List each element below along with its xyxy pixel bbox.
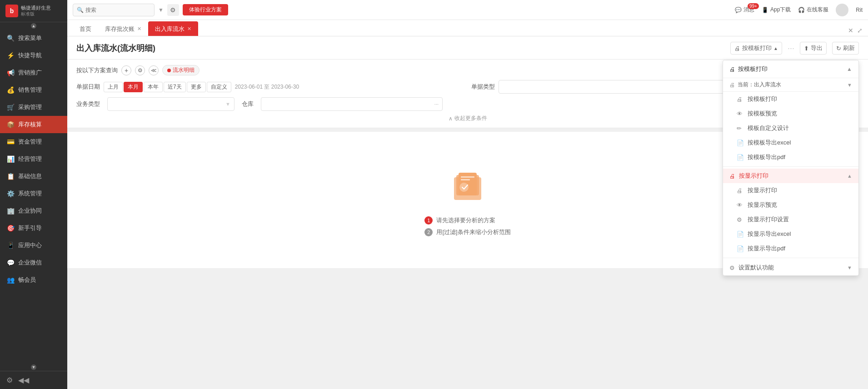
- dropdown-display-export-excel[interactable]: 📄 按显示导出excel: [723, 227, 858, 241]
- tab-flow[interactable]: 出入库流水 ✕: [148, 21, 198, 36]
- mobile-download-icon: 📱: [762, 7, 768, 13]
- sidebar-item-enterprise[interactable]: 🏢 企业协同: [0, 202, 67, 219]
- dropdown-template-print[interactable]: 🖨 按模板打印: [723, 92, 858, 106]
- tab-home[interactable]: 首页: [73, 21, 98, 36]
- sidebar-item-sales[interactable]: 💰 销售管理: [0, 81, 67, 99]
- megaphone-icon: 📢: [6, 69, 15, 77]
- page-header-actions: 🖨 按模板打印 ▲ ··· ⬆ 导出 ↻ 刷新 🖨: [730, 42, 859, 59]
- message-icon: 💬: [735, 7, 742, 13]
- sidebar-item-app-center[interactable]: 📱 应用中心: [0, 237, 67, 254]
- date-btn-last-month[interactable]: 上月: [104, 82, 123, 92]
- collapse-sidebar-icon[interactable]: ◀◀: [18, 376, 29, 384]
- filter-collapse-button[interactable]: ≪: [149, 65, 159, 75]
- collapse-more-button[interactable]: ∧ 收起更多条件: [449, 115, 487, 122]
- display-preview-icon: 👁: [737, 202, 744, 209]
- dropdown-set-default[interactable]: ⚙ 设置默认功能 ▼: [723, 260, 858, 275]
- target-icon: 🎯: [6, 224, 15, 232]
- sidebar-item-member[interactable]: 👥 畅会员: [0, 271, 67, 289]
- dropdown-display-print-settings[interactable]: ⚙ 按显示打印设置: [723, 212, 858, 227]
- scroll-down[interactable]: ▼: [0, 364, 67, 371]
- message-button[interactable]: 💬 消息 99+: [735, 6, 754, 14]
- filter-label: 按以下方案查询: [76, 66, 118, 75]
- template-print-button[interactable]: 🖨 按模板打印 ▲: [730, 42, 782, 55]
- sidebar-item-operations[interactable]: 📊 经营管理: [0, 150, 67, 168]
- sidebar-item-newbie[interactable]: 🎯 新手引导: [0, 219, 67, 237]
- search-box[interactable]: 🔍: [73, 4, 155, 16]
- sidebar-item-system[interactable]: ⚙️ 系统管理: [0, 185, 67, 202]
- search-input[interactable]: [85, 7, 140, 13]
- dropdown-display-print[interactable]: 🖨 按显示打印: [723, 183, 858, 198]
- svg-rect-4: [461, 179, 470, 180]
- topbar-settings-icon[interactable]: ⚙: [167, 4, 179, 16]
- step-2-number: 2: [424, 228, 433, 236]
- actions-divider: ···: [788, 44, 794, 53]
- export-button[interactable]: ⬆ 导出: [800, 42, 827, 55]
- pdf-icon: 📄: [737, 154, 744, 161]
- tab-flow-close[interactable]: ✕: [187, 26, 191, 32]
- sidebar-item-marketing[interactable]: 📢 营销推广: [0, 64, 67, 81]
- sidebar-item-inventory[interactable]: 📦 库存核算: [0, 116, 67, 133]
- settings-bottom-icon[interactable]: ⚙: [6, 376, 13, 384]
- display-settings-icon: ⚙: [737, 216, 744, 223]
- box-icon: 📦: [6, 120, 15, 129]
- tab-batch-account-close[interactable]: ✕: [137, 26, 141, 32]
- dropdown-current-row: 🖨 当前：出入库流水 ▼: [723, 78, 858, 92]
- sidebar-item-quick-nav[interactable]: ⚡ 快捷导航: [0, 47, 67, 64]
- filter-settings-button[interactable]: ⚙: [135, 65, 145, 75]
- dropdown-display-print-header[interactable]: 🖨 按显示打印 ▲: [723, 169, 858, 183]
- business-type-select[interactable]: ▼: [107, 97, 234, 111]
- date-btn-7days[interactable]: 近7天: [164, 82, 186, 92]
- dropdown-printer-icon: 🖨: [729, 66, 735, 73]
- sidebar-nav: 🔍 搜索菜单 ⚡ 快捷导航 📢 营销推广 💰 销售管理 🛒 采购管理 📦 库存核…: [0, 30, 67, 364]
- warehouse-select[interactable]: ···: [261, 97, 443, 111]
- tab-close-all-icon[interactable]: ✕: [848, 27, 853, 34]
- sidebar-item-search[interactable]: 🔍 搜索菜单: [0, 30, 67, 47]
- filter-tag[interactable]: 流水明细: [162, 65, 200, 75]
- template-print-section: 🖨 按模板打印 👁 按模板预览 ✏ 模板自定义设计 📄: [723, 92, 858, 165]
- dropdown-collapse-icon[interactable]: ▲: [847, 66, 852, 72]
- date-btn-this-month[interactable]: 本月: [124, 82, 143, 92]
- sidebar-item-wechat[interactable]: 💬 企业微信: [0, 254, 67, 271]
- refresh-button[interactable]: ↻ 刷新: [832, 42, 859, 55]
- dropdown-divider-2: [723, 258, 858, 258]
- wechat-icon: 💬: [6, 259, 15, 267]
- dropdown-divider-1: [723, 166, 858, 167]
- warehouse-more-icon: ···: [434, 101, 439, 107]
- dropdown-template-preview[interactable]: 👁 按模板预览: [723, 106, 858, 121]
- sidebar-item-basic[interactable]: 📋 基础信息: [0, 168, 67, 185]
- app-download-button[interactable]: 📱 App下载: [762, 6, 791, 14]
- dropdown-template-custom[interactable]: ✏ 模板自定义设计: [723, 121, 858, 135]
- svg-rect-3: [461, 176, 474, 178]
- tab-batch-account[interactable]: 库存批次账 ✕: [98, 21, 148, 36]
- filter-add-button[interactable]: +: [121, 65, 131, 75]
- sidebar-item-purchase[interactable]: 🛒 采购管理: [0, 99, 67, 116]
- chart-icon: 📊: [6, 155, 15, 163]
- scroll-up[interactable]: ▲: [0, 22, 67, 30]
- tab-expand-icon[interactable]: ⤢: [857, 27, 863, 34]
- display-print-collapse-icon[interactable]: ▲: [847, 173, 852, 179]
- current-dropdown-arrow[interactable]: ▼: [847, 82, 852, 88]
- user-avatar[interactable]: [836, 4, 848, 16]
- cart-icon: 🛒: [6, 103, 15, 111]
- date-btn-custom[interactable]: 自定义: [207, 82, 231, 92]
- mobile-icon: 📱: [6, 241, 15, 249]
- online-service-button[interactable]: 🎧 在线客服: [798, 6, 828, 14]
- dropdown-display-export-pdf[interactable]: 📄 按显示导出pdf: [723, 241, 858, 256]
- filter-date-range: 2023-06-01 至 2023-06-30: [235, 83, 299, 91]
- preview-icon: 👁: [737, 110, 744, 117]
- users-icon: 👥: [6, 276, 15, 284]
- dropdown-template-export-pdf[interactable]: 📄 按模板导出pdf: [723, 150, 858, 165]
- search-dropdown-icon[interactable]: ▼: [158, 7, 164, 13]
- dropdown-display-preview[interactable]: 👁 按显示预览: [723, 198, 858, 212]
- display-print-icon: 🖨: [737, 187, 744, 194]
- date-btn-more[interactable]: 更多: [187, 82, 206, 92]
- business-type-dropdown-icon: ▼: [225, 101, 230, 107]
- dropdown-template-export-excel[interactable]: 📄 按模板导出excel: [723, 135, 858, 150]
- date-btn-this-year[interactable]: 本年: [144, 82, 163, 92]
- trial-button[interactable]: 体验行业方案: [183, 4, 228, 15]
- search-icon-topbar: 🔍: [77, 7, 84, 13]
- sidebar-item-finance[interactable]: 💳 资金管理: [0, 133, 67, 150]
- username-label[interactable]: Rit: [856, 7, 863, 13]
- display-print-header-icon: 🖨: [729, 173, 735, 180]
- print-icon: 🖨: [737, 96, 744, 103]
